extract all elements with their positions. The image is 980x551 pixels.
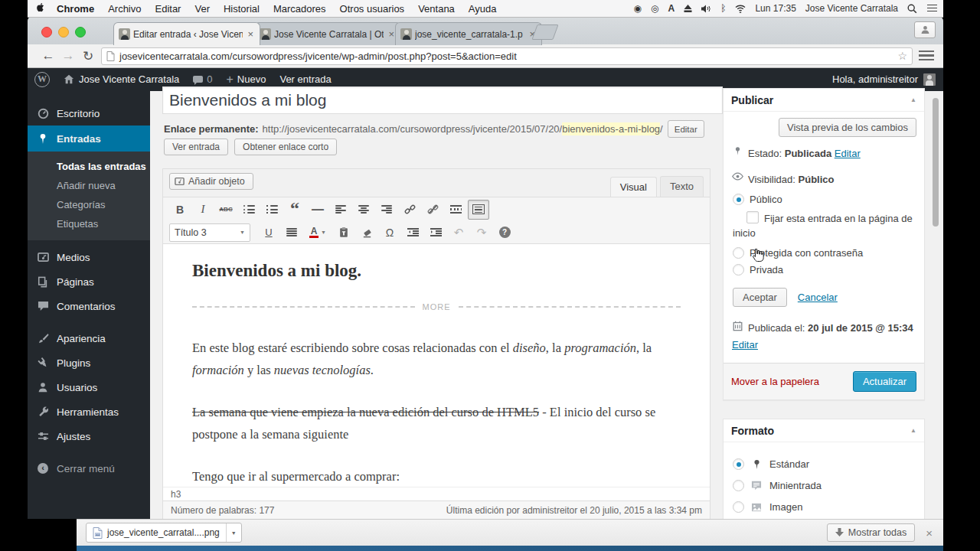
- menu-editar[interactable]: Editar: [148, 3, 188, 15]
- submenu-anadir-nueva[interactable]: Añadir nueva: [28, 176, 150, 195]
- menu-otros-usuarios[interactable]: Otros usuarios: [333, 3, 412, 15]
- submenu-todas-las-entradas[interactable]: Todas las entradas: [28, 157, 150, 176]
- horizontal-rule-button[interactable]: —: [307, 200, 328, 220]
- zoom-window-button[interactable]: [75, 27, 86, 37]
- tab-close-icon[interactable]: ×: [246, 28, 255, 40]
- account-menu[interactable]: Hola, administreitor: [832, 73, 943, 86]
- tab-png-file[interactable]: jose_vicente_carratala-1.p ×: [395, 22, 542, 45]
- bold-button[interactable]: B: [169, 200, 191, 220]
- underline-button[interactable]: U: [258, 223, 279, 243]
- download-item-menu[interactable]: ▼: [226, 523, 241, 542]
- menu-ver[interactable]: Ver: [188, 3, 217, 15]
- sidebar-item-entradas[interactable]: Entradas: [28, 126, 150, 152]
- preview-changes-button[interactable]: Vista previa de los cambios: [779, 118, 916, 137]
- wp-logo-menu[interactable]: W: [28, 67, 57, 91]
- menubar-username[interactable]: Jose Vicente Carratala: [802, 3, 901, 14]
- download-item[interactable]: jose_vicente_carratal....png ▼: [86, 523, 242, 543]
- submenu-categorias[interactable]: Categorías: [28, 195, 150, 214]
- tab-visual[interactable]: Visual: [610, 177, 657, 197]
- move-to-trash-link[interactable]: Mover a la papelera: [731, 376, 819, 387]
- menubar-clock[interactable]: Lun 17:35: [752, 3, 799, 14]
- sidebar-item-ajustes[interactable]: Ajustes: [28, 424, 150, 448]
- justify-button[interactable]: [281, 223, 302, 243]
- sidebar-item-escritorio[interactable]: Escritorio: [28, 101, 150, 126]
- special-character-button[interactable]: Ω: [379, 223, 400, 243]
- eject-icon[interactable]: [681, 5, 695, 12]
- edit-status-link[interactable]: Editar: [835, 148, 861, 159]
- align-center-button[interactable]: [353, 200, 374, 220]
- address-bar[interactable]: josevicentecarratala.com/cursowordpress/…: [101, 47, 913, 65]
- submenu-etiquetas[interactable]: Etiquetas: [28, 214, 150, 233]
- forward-button[interactable]: →: [58, 48, 78, 64]
- cancelar-link[interactable]: Cancelar: [798, 292, 838, 303]
- align-left-button[interactable]: [330, 200, 351, 220]
- minimize-window-button[interactable]: [58, 27, 69, 37]
- editor-content[interactable]: Bienvenidos a mi blog.MOREEn este blog e…: [163, 244, 710, 487]
- radio-minientrada[interactable]: [733, 480, 744, 491]
- format-panel-header[interactable]: Formato ▲: [724, 419, 924, 442]
- panel-toggle-icon[interactable]: ▲: [910, 96, 916, 103]
- clear-formatting-button[interactable]: [356, 223, 377, 243]
- undo-button[interactable]: ↶: [448, 223, 469, 243]
- creative-cloud-icon[interactable]: ◎: [648, 3, 662, 14]
- remove-link-button[interactable]: [422, 200, 443, 220]
- menu-marcadores[interactable]: Marcadores: [266, 3, 333, 15]
- page-scrollbar[interactable]: [933, 98, 939, 227]
- wifi-icon[interactable]: [732, 5, 749, 13]
- align-right-button[interactable]: [376, 200, 397, 220]
- sidebar-item-apariencia[interactable]: Apariencia: [28, 326, 150, 350]
- close-window-button[interactable]: [41, 27, 52, 37]
- permalink-slug[interactable]: bienvenidos-a-mi-blog: [562, 122, 660, 135]
- volume-icon[interactable]: [698, 5, 714, 13]
- notification-center-icon[interactable]: [927, 5, 937, 12]
- input-source-icon[interactable]: A: [665, 3, 678, 14]
- indent-button[interactable]: [425, 223, 446, 243]
- tab-jose-vicente[interactable]: Jose Vicente Carratala | Ot ×: [254, 22, 401, 45]
- spotlight-search-icon[interactable]: [904, 4, 920, 14]
- reload-button[interactable]: ↻: [78, 48, 98, 64]
- toolbar-toggle-button[interactable]: [468, 200, 489, 220]
- sidebar-item-herramientas[interactable]: Herramientas: [28, 399, 150, 424]
- back-button[interactable]: ←: [38, 48, 58, 64]
- sidebar-item-plugins[interactable]: Plugins: [28, 350, 150, 375]
- radio-imagen[interactable]: [733, 501, 744, 513]
- more-tag-button[interactable]: [445, 200, 466, 220]
- sticky-checkbox[interactable]: [746, 211, 759, 223]
- tab-texto[interactable]: Texto: [660, 176, 704, 197]
- radio-privada[interactable]: [733, 264, 744, 276]
- format-select[interactable]: Título 3 ▼: [169, 223, 250, 242]
- show-all-downloads-button[interactable]: Mostrar todas: [827, 523, 915, 542]
- edit-date-link[interactable]: Editar: [732, 339, 758, 350]
- sidebar-item-usuarios[interactable]: Usuarios: [28, 375, 150, 399]
- insert-link-button[interactable]: [399, 200, 420, 220]
- publish-panel-header[interactable]: Publicar ▲: [724, 89, 924, 112]
- add-media-button[interactable]: Añadir objeto: [169, 173, 253, 190]
- record-icon[interactable]: ◉: [631, 3, 645, 14]
- apple-icon[interactable]: [37, 3, 47, 14]
- text-color-button[interactable]: A▼: [304, 223, 332, 243]
- redo-button[interactable]: ↷: [471, 223, 492, 243]
- menu-archivo[interactable]: Archivo: [101, 3, 148, 15]
- close-downloads-bar-icon[interactable]: ×: [926, 527, 933, 540]
- paste-as-text-button[interactable]: [333, 223, 354, 243]
- update-button[interactable]: Actualizar: [853, 371, 916, 392]
- radio-publico[interactable]: [733, 194, 744, 205]
- new-tab-button[interactable]: [531, 24, 558, 40]
- strikethrough-button[interactable]: ABC: [215, 200, 237, 220]
- post-title-input[interactable]: Bienvenidos a mi blog: [162, 86, 723, 114]
- menu-ayuda[interactable]: Ayuda: [462, 3, 504, 15]
- menu-chrome[interactable]: Chrome: [50, 3, 101, 15]
- sidebar-collapse-menu[interactable]: ‹ Cerrar menú: [28, 456, 150, 481]
- radio-protegida[interactable]: [733, 247, 744, 259]
- panel-toggle-icon[interactable]: ▲: [910, 427, 916, 434]
- editor-element-path[interactable]: h3: [163, 487, 710, 500]
- bluetooth-icon[interactable]: ᛒ: [717, 3, 729, 14]
- help-button[interactable]: ?: [494, 223, 515, 243]
- aceptar-button[interactable]: Aceptar: [733, 288, 787, 307]
- menu-historial[interactable]: Historial: [217, 3, 266, 15]
- profile-button[interactable]: [914, 21, 936, 38]
- get-shortlink-button[interactable]: Obtener enlace corto: [234, 139, 337, 155]
- bookmark-star-icon[interactable]: ☆: [897, 50, 907, 62]
- bullet-list-button[interactable]: [238, 200, 260, 220]
- blockquote-button[interactable]: “: [284, 200, 305, 220]
